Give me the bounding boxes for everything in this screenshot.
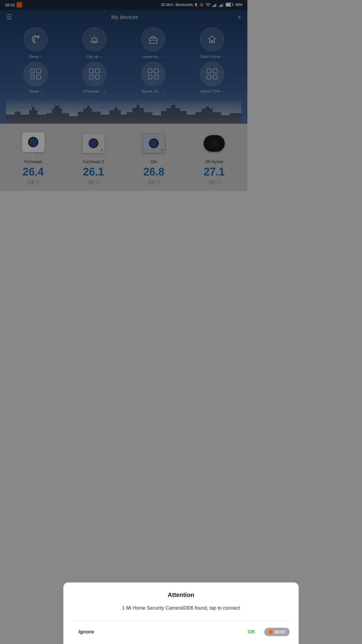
- dialog-overlay[interactable]: [0, 0, 247, 428]
